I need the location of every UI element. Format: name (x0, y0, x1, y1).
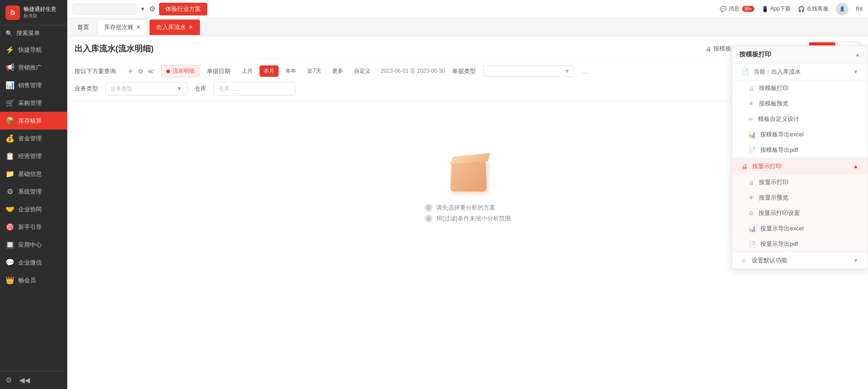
header-search-dropdown-icon[interactable]: ▼ (140, 6, 145, 12)
filter-add-icon[interactable]: ＋ (127, 66, 134, 76)
display-print-section-icon: 🖨 (741, 163, 748, 170)
date-last-7days[interactable]: 近7天 (303, 65, 325, 77)
date-last-month[interactable]: 上月 (238, 65, 257, 77)
tab-stock-flow-label: 出入库流水 (156, 23, 186, 31)
user-avatar[interactable]: 👤 (836, 3, 848, 15)
marketing-icon: 📢 (5, 63, 15, 72)
print-dropdown-header: 按模板打印 ▲ (732, 46, 868, 64)
sidebar-item-apps[interactable]: 🔲 应用中心 (0, 236, 67, 254)
sidebar-item-label: 畅会员 (18, 276, 36, 284)
hint-text-1: 请先选择要分析的方案 (436, 204, 495, 212)
warehouse-input[interactable]: 仓库 … (214, 82, 295, 95)
business-type-placeholder: 业务类型 (110, 85, 132, 93)
enterprise-icon: 🤝 (5, 205, 15, 214)
display-print-label: 按显示打印 (759, 178, 788, 186)
display-export-pdf-item[interactable]: 📄 按显示导出pdf (732, 236, 868, 252)
current-doc-icon: 📄 (741, 68, 749, 75)
sidebar-item-label: 基础信息 (18, 170, 42, 178)
header-search-input[interactable] (73, 4, 136, 15)
type-more-icon[interactable]: … (581, 67, 589, 75)
sidebar-item-enterprise[interactable]: 🤝 企业协同 (0, 200, 67, 218)
display-print-setting-item[interactable]: ⚙ 按显示打印设置 (732, 205, 868, 221)
header-right: 💬 消息 99+ 📱 App下载 🎧 在线客服 👤 Rit (720, 3, 863, 15)
tab-stock-flow-close-icon[interactable]: ✕ (189, 24, 193, 30)
display-print-section-header[interactable]: 🖨 按显示打印 ▲ (732, 158, 868, 175)
sidebar-item-basic[interactable]: 📁 基础信息 (0, 165, 67, 183)
apps-icon: 🔲 (5, 240, 15, 249)
template-export-pdf-label: 按模板导出pdf (760, 146, 798, 154)
template-export-pdf-item[interactable]: 📄 按模板导出pdf (732, 142, 868, 158)
business-type-select[interactable]: 业务类型 ▼ (105, 82, 187, 95)
sidebar-item-system[interactable]: ⚙ 系统管理 (0, 183, 67, 200)
sidebar-item-guide[interactable]: 🎯 新手引导 (0, 218, 67, 236)
weixin-icon: 💬 (5, 258, 15, 267)
username-label: Rit (856, 6, 863, 12)
sales-icon: 📊 (5, 81, 15, 90)
sidebar-item-quick-nav[interactable]: ⚡ 快捷导航 (0, 41, 67, 59)
tab-home[interactable]: 首页 (71, 20, 95, 35)
sidebar-item-finance[interactable]: 💰 资金管理 (0, 130, 67, 147)
date-this-month[interactable]: 本月 (259, 65, 279, 77)
sidebar-item-label: 快捷导航 (18, 46, 42, 54)
date-this-year[interactable]: 本年 (281, 65, 300, 77)
sidebar-item-label: 销售管理 (18, 81, 42, 90)
sidebar-item-label: 应用中心 (18, 241, 42, 249)
set-default-label: 设置默认功能 (752, 256, 787, 264)
date-more[interactable]: 更多 (328, 65, 347, 77)
app-download-label: App下载 (770, 5, 791, 13)
display-export-excel-label: 按显示导出excel (760, 224, 803, 233)
header-gear-icon[interactable]: ⚙ (149, 5, 155, 13)
template-preview-item[interactable]: 👁 按模板预览 (732, 96, 868, 111)
sidebar-item-sales[interactable]: 📊 销售管理 (0, 76, 67, 94)
industry-solution-button[interactable]: 体验行业方案 (159, 3, 207, 15)
app-download-button[interactable]: 📱 App下载 (762, 5, 791, 13)
tab-batch-account-close-icon[interactable]: ✕ (136, 24, 141, 30)
purchase-icon: 🛒 (5, 99, 15, 107)
date-options: 上月 本月 本年 近7天 更多 自定义 2023-06-01 至 2023-06… (238, 65, 445, 77)
sidebar-item-inventory[interactable]: 📦 库存核算 (0, 112, 67, 130)
business-type-label: 业务类型 (75, 85, 98, 93)
template-export-excel-item[interactable]: 📊 按模板导出excel (732, 127, 868, 142)
sidebar-item-business[interactable]: 📋 经营管理 (0, 147, 67, 165)
set-default-item[interactable]: ☆ 设置默认功能 ▼ (732, 252, 868, 269)
tab-batch-account[interactable]: 库存批次账 ✕ (97, 20, 148, 35)
display-section: 🖨 按显示打印 👁 按显示预览 ⚙ 按显示打印设置 📊 按显示导出excel 📄… (732, 175, 868, 252)
sidebar-item-marketing[interactable]: 📢 营销推广 (0, 59, 67, 76)
display-export-excel-item[interactable]: 📊 按显示导出excel (732, 221, 868, 236)
display-preview-item[interactable]: 👁 按显示预览 (732, 190, 868, 205)
active-filter-tag[interactable]: 流水明细 (161, 65, 200, 77)
template-print-item[interactable]: 🖨 按模板打印 (732, 80, 868, 96)
template-export-excel-icon: 📊 (748, 131, 756, 138)
sidebar-search-label: 搜索菜单 (16, 29, 40, 37)
message-icon: 💬 (720, 6, 727, 12)
warehouse-more-icon[interactable]: … (232, 85, 239, 93)
dropdown-close-chevron[interactable]: ▲ (855, 51, 860, 58)
sidebar-item-label: 采购管理 (18, 99, 42, 107)
date-custom[interactable]: 自定义 (350, 65, 374, 77)
notification-button[interactable]: 💬 消息 99+ (720, 5, 754, 13)
sidebar-item-weixin[interactable]: 💬 企业微信 (0, 254, 67, 271)
tab-stock-flow[interactable]: 出入库流水 ✕ (150, 20, 200, 35)
date-range-display: 2023-06-01 至 2023-06-30 (381, 67, 445, 75)
dropdown-current-item[interactable]: 📄 当前：出入库流水 ▼ (732, 64, 868, 80)
sidebar-nav: ⚡ 快捷导航 📢 营销推广 📊 销售管理 🛒 采购管理 📦 库存核算 💰 资金管… (0, 41, 67, 371)
template-print-icon: 🖨 (748, 85, 754, 92)
sidebar-item-member[interactable]: 👑 畅会员 (0, 271, 67, 289)
customer-service-button[interactable]: 🎧 在线客服 (798, 5, 828, 13)
collapse-sidebar-icon[interactable]: ◀◀ (19, 376, 30, 384)
filter-collapse-icon[interactable]: ≪ (147, 68, 154, 75)
set-default-icon: ☆ (741, 257, 747, 264)
filter-setting-icon[interactable]: ⚙ (138, 68, 144, 75)
type-select[interactable]: ▼ (483, 65, 574, 77)
sidebar-bottom: ⚙ ◀◀ (0, 371, 67, 389)
filter-actions: ＋ ⚙ ≪ (127, 66, 154, 76)
sidebar-search-item[interactable]: 🔍 搜索菜单 (0, 25, 67, 41)
system-icon: ⚙ (5, 187, 15, 196)
type-dropdown-arrow: ▼ (564, 68, 570, 75)
template-custom-item[interactable]: ✏ 模板自定义设计 (732, 111, 868, 127)
display-print-item[interactable]: 🖨 按显示打印 (732, 175, 868, 190)
settings-bottom-icon[interactable]: ⚙ (5, 376, 12, 384)
display-print-setting-label: 按显示打印设置 (758, 209, 800, 217)
app-header: ▼ ⚙ 体验行业方案 💬 消息 99+ 📱 App下载 🎧 在线客服 👤 Rit (67, 0, 868, 18)
sidebar-item-purchase[interactable]: 🛒 采购管理 (0, 94, 67, 112)
